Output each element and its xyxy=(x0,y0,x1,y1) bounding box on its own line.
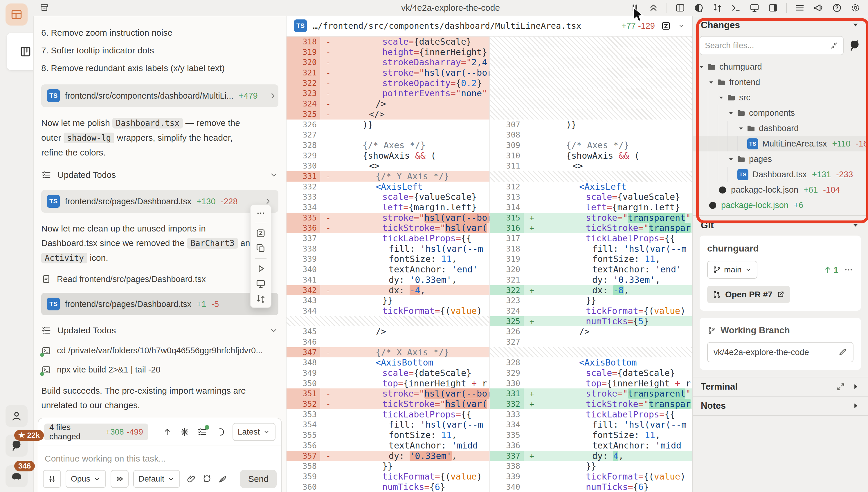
chat-bubble-icon[interactable] xyxy=(693,2,704,13)
tree-item-pages[interactable]: pages xyxy=(693,151,868,167)
expand-icon[interactable] xyxy=(836,382,845,391)
megaphone-icon[interactable] xyxy=(813,2,824,13)
terminal-command-row[interactable]: cd /private/var/folders/10/h7w0q46556ggr… xyxy=(41,345,278,356)
tree-collapse-icon[interactable] xyxy=(708,79,717,86)
pause-icon[interactable] xyxy=(629,2,640,13)
working-branch-title: Working Branch xyxy=(721,325,790,336)
working-branch-input[interactable]: vk/4e2a-explore-the-code xyxy=(707,342,853,362)
diff-marker xyxy=(524,358,540,368)
code-text: textAnchor: 'midd xyxy=(336,440,489,451)
git-compare-icon[interactable] xyxy=(256,294,266,304)
mode-dropdown[interactable]: Default xyxy=(133,470,180,488)
more-options-icon[interactable] xyxy=(844,265,853,275)
tree-collapse-icon[interactable] xyxy=(718,94,726,101)
github-button[interactable]: ★ 22k xyxy=(5,435,28,457)
folder-icon xyxy=(736,108,749,118)
tree-item-label: dashboard xyxy=(759,124,799,133)
diff-line: 329{showAxis && ( xyxy=(286,151,490,161)
profile-button[interactable] xyxy=(5,405,28,427)
folder-icon xyxy=(726,93,739,103)
code-text: tickStroke="hsl(var( xyxy=(336,399,489,409)
play-icon[interactable] xyxy=(256,264,266,274)
composer-input[interactable]: Continue working on this task... xyxy=(38,446,281,469)
indent-guide xyxy=(708,105,718,121)
chat-settings-button[interactable] xyxy=(43,470,61,488)
diff-marker xyxy=(320,368,336,378)
github-icon[interactable] xyxy=(848,39,861,52)
panel-right-icon[interactable] xyxy=(768,2,779,13)
git-compare-icon[interactable] xyxy=(712,2,723,13)
diff-view-icon[interactable] xyxy=(661,21,671,31)
tree-item-dashboard[interactable]: dashboard xyxy=(693,121,868,136)
changes-section-header[interactable]: Changes xyxy=(693,16,868,34)
tree-collapse-icon[interactable] xyxy=(698,64,707,71)
diff-row: 343}}323}} xyxy=(286,295,693,306)
notes-section-header[interactable]: Notes xyxy=(693,396,868,416)
diff-line: 356textAnchor: 'midd xyxy=(286,440,490,451)
kanban-icon xyxy=(19,45,32,58)
dots-icon[interactable] xyxy=(256,208,266,218)
tree-item-label: frontend xyxy=(729,77,760,87)
tree-item-package-lock-json[interactable]: package-lock.json+61-104 xyxy=(693,182,868,198)
read-file-row[interactable]: Read frontend/src/pages/Dashboard.tsx xyxy=(41,274,278,284)
diff-line: 336-tickStroke="hsl(var( xyxy=(286,223,490,233)
file-change-chip[interactable]: TS frontend/src/pages/Dashboard.tsx +130… xyxy=(41,190,278,213)
latest-dropdown[interactable]: Latest xyxy=(233,423,276,441)
spark-icon[interactable] xyxy=(180,427,190,437)
tree-collapse-icon[interactable] xyxy=(727,110,736,117)
git-section-header[interactable]: Git xyxy=(693,215,868,235)
fast-forward-button[interactable] xyxy=(111,470,128,488)
pen-icon[interactable] xyxy=(218,474,228,484)
diff-line: 359tickFormat={(value) xyxy=(286,471,490,482)
tree-item-dashboard-tsx[interactable]: TSDashboard.tsx+131-233 xyxy=(693,167,868,182)
send-button[interactable]: Send xyxy=(240,470,277,488)
branch-dropdown[interactable]: main xyxy=(707,261,757,279)
file-change-chip-selected[interactable]: TS frontend/src/pages/Dashboard.tsx +1 -… xyxy=(41,293,278,315)
menu-icon[interactable] xyxy=(794,2,805,13)
workspace-layout-button[interactable] xyxy=(5,3,28,26)
tree-collapse-icon[interactable] xyxy=(727,156,736,163)
help-icon[interactable] xyxy=(831,2,842,13)
tree-item-package-lock-json[interactable]: package-lock.json+6 xyxy=(693,198,868,213)
tree-item-components[interactable]: components xyxy=(693,105,868,121)
chevron-down-icon[interactable] xyxy=(678,22,685,30)
files-changed-chip[interactable]: 4 files changed +308 -499 xyxy=(44,423,148,440)
tree-item-churnguard[interactable]: churnguard xyxy=(693,59,868,75)
discord-button[interactable]: 346 xyxy=(5,465,28,487)
scroll-top-icon[interactable] xyxy=(162,427,172,437)
line-number: 321 xyxy=(490,275,524,285)
updated-todos-row[interactable]: Updated Todos xyxy=(41,325,278,336)
open-pr-button[interactable]: Open PR #7 xyxy=(707,286,790,303)
code-text: fill: 'hsl(var(--m xyxy=(540,419,693,430)
settings-icon[interactable] xyxy=(850,2,861,13)
diff-header[interactable]: TS …/frontend/src/components/dashboard/M… xyxy=(286,16,693,36)
tree-collapse-icon[interactable] xyxy=(737,125,746,132)
tree-item-frontend[interactable]: frontend xyxy=(693,75,868,90)
search-input[interactable]: Search files... xyxy=(700,36,844,55)
line-number: 336 xyxy=(286,223,320,233)
updated-todos-row[interactable]: Updated Todos xyxy=(41,170,278,180)
tree-item-multilinearea-tsx[interactable]: TSMultiLineArea.tsx+110-162 xyxy=(693,136,868,151)
cat-icon[interactable] xyxy=(202,474,212,484)
model-dropdown[interactable]: Opus xyxy=(66,470,106,488)
terminal-icon[interactable] xyxy=(730,2,742,13)
archive-icon[interactable] xyxy=(40,3,49,13)
panel-left-icon[interactable] xyxy=(675,2,686,13)
diff-icon[interactable] xyxy=(256,228,266,239)
notes-title: Notes xyxy=(701,401,726,411)
assistant-message: Build succeeds. The pre-existing import … xyxy=(41,384,276,413)
monitor-icon[interactable] xyxy=(256,278,266,289)
attach-icon[interactable] xyxy=(186,474,196,484)
diff-marker xyxy=(524,409,540,420)
collapse-up-icon[interactable] xyxy=(648,2,659,13)
file-change-chip[interactable]: TS frontend/src/components/dashboard/Mul… xyxy=(41,84,278,107)
terminal-section-header[interactable]: Terminal xyxy=(693,377,868,396)
tree-item-src[interactable]: src xyxy=(693,90,868,105)
diff-marker xyxy=(320,326,336,337)
terminal-command-row[interactable]: npx vite build 2>&1 | tail -20 xyxy=(41,364,278,374)
edit-icon[interactable] xyxy=(838,347,847,357)
copy-icon[interactable] xyxy=(256,243,266,253)
code-text: stroke="transparent" xyxy=(540,213,693,223)
monitor-icon[interactable] xyxy=(749,2,760,13)
collapse-tree-icon[interactable] xyxy=(830,41,838,50)
